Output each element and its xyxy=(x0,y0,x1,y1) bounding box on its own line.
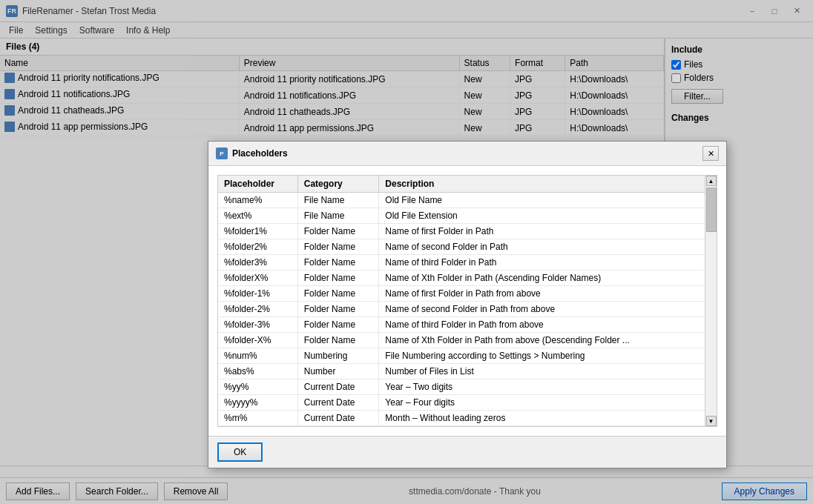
ph-category-cell: Folder Name xyxy=(297,317,379,333)
ph-description-cell: Old File Name xyxy=(379,193,705,208)
placeholder-row[interactable]: %folder-1%Folder NameName of first Folde… xyxy=(218,286,705,302)
ph-col-placeholder: Placeholder xyxy=(218,176,297,193)
ph-category-cell: File Name xyxy=(297,193,379,208)
ph-placeholder-cell: %ext% xyxy=(218,208,297,224)
ph-description-cell: Old File Extension xyxy=(379,208,705,224)
ph-description-cell: Name of third Folder in Path from above xyxy=(379,317,705,333)
ph-category-cell: Folder Name xyxy=(297,271,379,286)
placeholder-row[interactable]: %folder-2%Folder NameName of second Fold… xyxy=(218,302,705,317)
scroll-up-arrow[interactable]: ▲ xyxy=(706,176,717,186)
placeholder-row[interactable]: %name%File NameOld File Name xyxy=(218,193,705,208)
placeholder-row[interactable]: %num%NumberingFile Numbering according t… xyxy=(218,348,705,364)
dialog-close-button[interactable]: ✕ xyxy=(702,146,719,161)
ph-category-cell: Folder Name xyxy=(297,239,379,255)
ph-description-cell: File Numbering according to Settings > N… xyxy=(379,348,705,364)
placeholder-scroll[interactable]: Placeholder Category Description %name%F… xyxy=(218,176,705,426)
ph-placeholder-cell: %folderX% xyxy=(218,271,297,286)
ph-category-cell: Folder Name xyxy=(297,302,379,317)
dialog-overlay: P Placeholders ✕ Placeholder Category De… xyxy=(0,0,813,504)
ph-description-cell: Name of Xth Folder in Path from above (D… xyxy=(379,333,705,348)
ph-description-cell: Month – Without leading zeros xyxy=(379,411,705,426)
ph-placeholder-cell: %folder1% xyxy=(218,224,297,239)
ph-placeholder-cell: %folder3% xyxy=(218,255,297,271)
dialog-icon: P xyxy=(216,147,228,159)
placeholder-row[interactable]: %mm%Current DateMonth – Two digits with … xyxy=(218,426,705,427)
dialog-content: Placeholder Category Description %name%F… xyxy=(208,166,726,436)
placeholder-row[interactable]: %folder3%Folder NameName of third Folder… xyxy=(218,255,705,271)
ph-category-cell: Current Date xyxy=(297,411,379,426)
placeholder-row[interactable]: %folder2%Folder NameName of second Folde… xyxy=(218,239,705,255)
ph-category-cell: Current Date xyxy=(297,379,379,395)
dialog-title-text: Placeholders xyxy=(232,148,698,159)
placeholder-row[interactable]: %yy%Current DateYear – Two digits xyxy=(218,379,705,395)
ph-category-cell: Number xyxy=(297,364,379,379)
ph-category-cell: Folder Name xyxy=(297,224,379,239)
ph-placeholder-cell: %folder2% xyxy=(218,239,297,255)
ph-description-cell: Name of second Folder in Path from above xyxy=(379,302,705,317)
placeholder-row[interactable]: %folderX%Folder NameName of Xth Folder i… xyxy=(218,271,705,286)
ph-description-cell: Name of Xth Folder in Path (Ascending Fo… xyxy=(379,271,705,286)
ph-description-cell: Name of third Folder in Path xyxy=(379,255,705,271)
dialog-scrollbar: ▲ ▼ xyxy=(705,176,717,426)
ph-description-cell: Name of first Folder in Path from above xyxy=(379,286,705,302)
ph-category-cell: File Name xyxy=(297,208,379,224)
ph-description-cell: Month – Two digits with leading zeros xyxy=(379,426,705,427)
ph-col-category: Category xyxy=(297,176,379,193)
scroll-down-arrow[interactable]: ▼ xyxy=(706,416,717,426)
ph-col-description: Description xyxy=(379,176,705,193)
ph-description-cell: Name of second Folder in Path xyxy=(379,239,705,255)
ph-description-cell: Year – Four digits xyxy=(379,395,705,411)
ph-placeholder-cell: %abs% xyxy=(218,364,297,379)
dialog-footer: OK xyxy=(208,436,726,468)
ph-placeholder-cell: %name% xyxy=(218,193,297,208)
placeholder-row[interactable]: %ext%File NameOld File Extension xyxy=(218,208,705,224)
ph-placeholder-cell: %folder-2% xyxy=(218,302,297,317)
placeholder-row[interactable]: %folder1%Folder NameName of first Folder… xyxy=(218,224,705,239)
placeholder-row[interactable]: %abs%NumberNumber of Files in List xyxy=(218,364,705,379)
ph-category-cell: Folder Name xyxy=(297,286,379,302)
ph-category-cell: Current Date xyxy=(297,426,379,427)
ph-placeholder-cell: %folder-X% xyxy=(218,333,297,348)
ph-description-cell: Number of Files in List xyxy=(379,364,705,379)
ph-placeholder-cell: %m% xyxy=(218,411,297,426)
placeholder-row[interactable]: %m%Current DateMonth – Without leading z… xyxy=(218,411,705,426)
ph-placeholder-cell: %folder-3% xyxy=(218,317,297,333)
placeholder-row[interactable]: %yyyy%Current DateYear – Four digits xyxy=(218,395,705,411)
ph-description-cell: Name of first Folder in Path xyxy=(379,224,705,239)
placeholder-table-wrapper: Placeholder Category Description %name%F… xyxy=(217,175,717,427)
ok-button[interactable]: OK xyxy=(217,442,263,462)
dialog-title-bar: P Placeholders ✕ xyxy=(208,142,726,166)
svg-text:P: P xyxy=(220,150,224,157)
ph-category-cell: Numbering xyxy=(297,348,379,364)
ph-placeholder-cell: %yy% xyxy=(218,379,297,395)
ph-description-cell: Year – Two digits xyxy=(379,379,705,395)
placeholders-dialog: P Placeholders ✕ Placeholder Category De… xyxy=(208,141,727,468)
placeholder-table: Placeholder Category Description %name%F… xyxy=(218,176,705,426)
ph-placeholder-cell: %num% xyxy=(218,348,297,364)
placeholder-row[interactable]: %folder-X%Folder NameName of Xth Folder … xyxy=(218,333,705,348)
ph-placeholder-cell: %folder-1% xyxy=(218,286,297,302)
ph-category-cell: Folder Name xyxy=(297,333,379,348)
ph-category-cell: Folder Name xyxy=(297,255,379,271)
ph-placeholder-cell: %mm% xyxy=(218,426,297,427)
ph-placeholder-cell: %yyyy% xyxy=(218,395,297,411)
placeholder-row[interactable]: %folder-3%Folder NameName of third Folde… xyxy=(218,317,705,333)
ph-category-cell: Current Date xyxy=(297,395,379,411)
scroll-thumb[interactable] xyxy=(706,188,717,232)
